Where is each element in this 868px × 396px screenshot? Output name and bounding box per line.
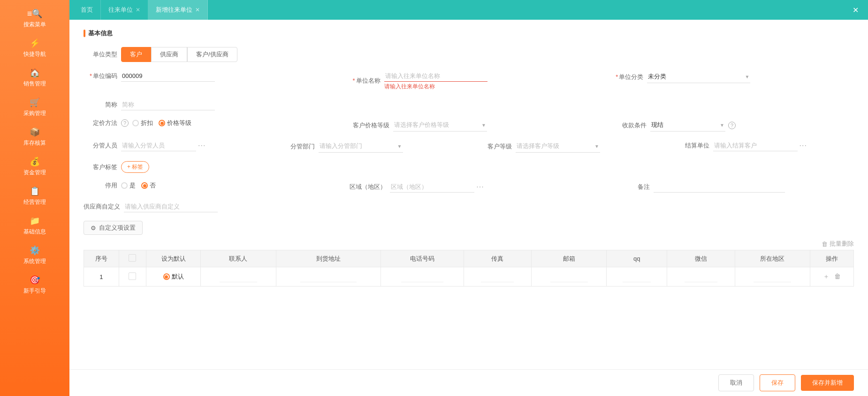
row-checkbox [119, 267, 146, 287]
email-input[interactable] [550, 271, 588, 282]
customer-price-arrow: ▼ [481, 123, 486, 128]
contacts-table: 序号 设为默认 联系人 到货地址 电话号码 传真 邮箱 qq 微信 所在地区 操… [84, 250, 854, 287]
sidebar-item-base-info[interactable]: 📁 基础信息 [0, 211, 69, 241]
pricing-discount[interactable]: 折扣 [132, 119, 153, 127]
custom-settings-label: 自定义项设置 [99, 224, 136, 232]
add-row-button[interactable]: ＋ [823, 272, 830, 280]
tab-new-contact[interactable]: 新增往来单位 ✕ [148, 0, 208, 20]
sidebar-item-guide[interactable]: 🎯 新手引导 [0, 270, 69, 300]
qq-input[interactable] [623, 271, 651, 282]
unit-type-label: 单位类型 [84, 50, 121, 59]
region-input[interactable] [390, 181, 474, 193]
save-add-button[interactable]: 保存并新增 [801, 375, 854, 391]
sidebar-item-search[interactable]: ≡🔍 搜索菜单 [0, 4, 69, 33]
custom-settings-button[interactable]: ⚙ 自定义项设置 [84, 221, 143, 235]
short-name-label: 简称 [84, 101, 121, 109]
disabled-row: 停用 是 否 区域（地区） ··· [84, 181, 854, 193]
default-radio[interactable] [163, 273, 170, 280]
customer-level-arrow: ▼ [594, 144, 599, 149]
cancel-button[interactable]: 取消 [718, 374, 754, 391]
search-icon: ≡🔍 [27, 8, 43, 19]
sales-icon: 🏠 [30, 68, 40, 78]
pricing-method-label: 定价方法 [84, 119, 121, 127]
unit-category-field: 单位分类 未分类 ▼ [609, 70, 854, 83]
tab-home[interactable]: 首页 [73, 0, 101, 20]
col-action: 操作 [810, 250, 853, 267]
settlement-unit-input[interactable] [713, 140, 798, 151]
department-value: 请输入分管部门 [320, 142, 396, 150]
settlement-dots[interactable]: ··· [798, 141, 809, 150]
nav-icon: ⚡ [30, 38, 40, 48]
supplier-custom-field: 供应商自定义 [84, 201, 854, 212]
customer-level-select[interactable]: 请选择客户等级 ▼ [516, 140, 600, 153]
unit-type-supplier[interactable]: 供应商 [151, 47, 187, 62]
unit-type-customer[interactable]: 客户 [121, 47, 151, 62]
row-region-input[interactable] [754, 271, 791, 282]
pricing-level[interactable]: 价格等级 [159, 119, 191, 127]
form-content: 基本信息 单位类型 客户 供应商 客户/供应商 单位编码 单位名称 [69, 20, 868, 369]
department-select[interactable]: 请输入分管部门 ▼ [319, 140, 403, 153]
col-contact: 联系人 [201, 250, 276, 267]
no-label: 否 [150, 181, 156, 190]
unit-category-label: 单位分类 [609, 73, 647, 81]
sidebar-item-nav[interactable]: ⚡ 快捷导航 [0, 33, 69, 63]
row-email [532, 267, 607, 287]
remarks-field: 备注 [616, 181, 854, 193]
del-row-button[interactable]: 🗑 [834, 272, 841, 280]
col-region: 所在地区 [735, 250, 810, 267]
sidebar-item-inventory[interactable]: 📦 库存核算 [0, 122, 69, 152]
row-address [276, 267, 381, 287]
unit-name-input[interactable] [384, 70, 487, 82]
sidebar-item-sales[interactable]: 🏠 销售管理 [0, 63, 69, 93]
customer-level-label: 客户等级 [478, 142, 516, 151]
trash-icon: 🗑 [822, 241, 828, 248]
sidebar-item-operations[interactable]: 📋 经营管理 [0, 181, 69, 211]
sidebar-item-system[interactable]: ⚙️ 系统管理 [0, 241, 69, 270]
close-all-button[interactable]: ✕ [847, 6, 864, 15]
save-button[interactable]: 保存 [760, 374, 795, 391]
payment-terms-value: 现结 [651, 121, 718, 129]
manager-dots[interactable]: ··· [196, 141, 207, 150]
region-dots[interactable]: ··· [474, 183, 486, 191]
guide-icon: 🎯 [30, 275, 40, 285]
tab-contacts[interactable]: 往来单位 ✕ [101, 0, 148, 20]
phone-input[interactable] [401, 271, 443, 282]
batch-delete-label[interactable]: 批量删除 [830, 240, 854, 248]
unit-type-both[interactable]: 客户/供应商 [187, 47, 237, 62]
no-radio [141, 182, 148, 189]
row-select-checkbox[interactable] [129, 272, 136, 280]
add-tag-button[interactable]: + 标签 [121, 161, 149, 173]
customer-level-field: 客户等级 请选择客户等级 ▼ [478, 140, 657, 153]
fax-input[interactable] [481, 271, 514, 282]
short-name-input[interactable] [121, 99, 215, 110]
unit-code-input[interactable] [121, 70, 215, 82]
disabled-yes[interactable]: 是 [121, 181, 136, 190]
unit-category-select[interactable]: 未分类 ▼ [647, 70, 750, 83]
tab-contacts-close[interactable]: ✕ [136, 7, 140, 13]
region-label: 区域（地区） [350, 183, 390, 191]
row-region [735, 267, 810, 287]
remarks-input[interactable] [654, 181, 785, 193]
select-all-checkbox[interactable] [129, 254, 136, 262]
department-arrow: ▼ [397, 144, 402, 149]
level-label: 价格等级 [167, 119, 191, 127]
sidebar-item-finance[interactable]: 💰 资金管理 [0, 152, 69, 181]
supplier-custom-input[interactable] [124, 201, 218, 212]
contact-input[interactable] [220, 271, 257, 282]
disabled-no[interactable]: 否 [141, 181, 156, 190]
unit-code-field: 单位编码 [84, 70, 328, 82]
payment-terms-select[interactable]: 现结 ▼ [650, 119, 725, 132]
col-checkbox [119, 250, 146, 267]
manager-input[interactable] [121, 140, 196, 151]
supplier-custom-label: 供应商自定义 [84, 202, 124, 211]
col-email: 邮箱 [532, 250, 607, 267]
payment-help-icon[interactable]: ? [728, 122, 736, 129]
pricing-help-icon[interactable]: ? [121, 119, 129, 127]
address-input[interactable] [300, 271, 357, 282]
customer-price-level-select[interactable]: 请选择客户价格等级 ▼ [393, 119, 487, 132]
tab-new-contact-close[interactable]: ✕ [195, 7, 200, 13]
sidebar-item-purchase[interactable]: 🛒 采购管理 [0, 93, 69, 122]
col-index: 序号 [84, 250, 119, 267]
yes-radio [121, 182, 128, 189]
wechat-input[interactable] [685, 271, 717, 282]
